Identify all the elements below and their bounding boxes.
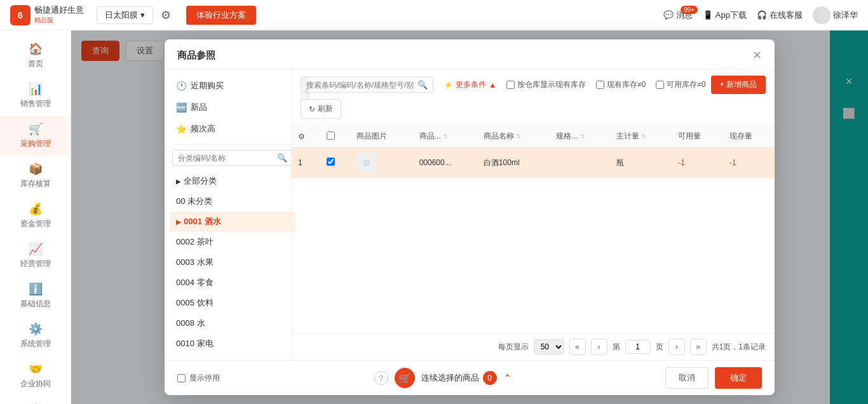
category-all[interactable]: ▶ 全部分类 xyxy=(170,171,295,191)
category-0003[interactable]: 0003 水果 xyxy=(170,252,295,273)
settings-icon[interactable]: ⚙ xyxy=(161,8,171,22)
sidebar-item-purchase[interactable]: 🛒 采购管理 xyxy=(0,116,71,156)
col-spec[interactable]: 规格... ⇅ xyxy=(550,126,609,147)
category-0002[interactable]: 0002 茶叶 xyxy=(170,232,295,252)
star-icon: ⭐ xyxy=(176,124,187,134)
left-divider xyxy=(172,144,293,145)
product-search-input[interactable] xyxy=(306,81,414,90)
page-size-select[interactable]: 50 xyxy=(534,339,564,354)
phone-icon: 📱 xyxy=(703,10,713,20)
left-panel: 🕐 近期购买 🆕 新品 ⭐ 频次高 xyxy=(165,69,292,360)
refresh-products-button[interactable]: ↻ 刷新 xyxy=(301,99,341,119)
row-checkbox-cell xyxy=(320,147,351,178)
system-icon: ⚙️ xyxy=(29,322,43,336)
add-product-button[interactable]: + 新增商品 xyxy=(711,76,766,94)
checkbox-available-stock-input[interactable] xyxy=(656,81,664,89)
footer-center: ? 🛒 连续选择的商品 0 ⌃ xyxy=(374,368,512,388)
checkbox-warehouse[interactable]: 按仓库显示现有库存 xyxy=(506,79,586,90)
experience-button[interactable]: 体验行业方案 xyxy=(186,6,256,25)
col-checkbox xyxy=(320,126,351,147)
top-nav: 6 畅捷通好生意 精品版 日太阳膜 ▾ ⚙ 体验行业方案 💬 消息 99+ 📱 … xyxy=(0,0,868,30)
user-profile[interactable]: 徐泽华 xyxy=(813,6,858,24)
main-layout: 🏠 首页 📊 销售管理 🛒 采购管理 📦 库存核算 💰 资金管理 📈 经营管理 … xyxy=(0,30,868,404)
sidebar-item-guide[interactable]: 🎓 新手引导 xyxy=(0,396,71,404)
category-0001[interactable]: ▶ 0001 酒水 xyxy=(170,212,295,232)
sidebar-item-operations[interactable]: 📈 经营管理 xyxy=(0,236,71,276)
online-service-button[interactable]: 🎧 在线客服 xyxy=(757,10,803,21)
checkbox-available-stock[interactable]: 可用库存≠0 xyxy=(656,79,705,90)
sidebar-item-inventory[interactable]: 📦 库存核算 xyxy=(0,156,71,196)
total-info: 共1页，1条记录 xyxy=(712,342,766,353)
col-stock: 现存量 xyxy=(723,126,775,147)
table-body: 1 🖼 000600... 白酒100ml xyxy=(292,147,775,178)
show-disabled-checkbox[interactable] xyxy=(177,374,186,382)
product-reference-modal: 商品参照 ✕ 🕐 近期购买 xyxy=(165,39,775,395)
cart-button[interactable]: 🛒 xyxy=(395,368,415,388)
chevron-down-icon: ▾ xyxy=(140,10,145,20)
row-stock: -1 xyxy=(723,147,775,178)
product-table: ⚙ 商品图片 商品... ⇅ xyxy=(292,126,775,178)
filter-icon: ⚡ xyxy=(444,81,453,90)
more-filters-button[interactable]: ⚡ 更多条件 ▲ xyxy=(438,77,501,93)
col-settings[interactable]: ⚙ xyxy=(292,126,320,147)
category-0008[interactable]: 0008 水 xyxy=(170,313,295,333)
row-checkbox[interactable] xyxy=(327,158,335,166)
sidebar-item-basics[interactable]: ℹ️ 基础信息 xyxy=(0,276,71,316)
table-row[interactable]: 1 🖼 000600... 白酒100ml xyxy=(292,147,775,178)
col-unit[interactable]: 主计量 ⇅ xyxy=(610,126,672,147)
confirm-button[interactable]: 确定 xyxy=(715,367,762,389)
cancel-button[interactable]: 取消 xyxy=(665,367,709,389)
tab-frequent[interactable]: ⭐ 频次高 xyxy=(170,119,295,139)
show-disabled-label[interactable]: 显示停用 xyxy=(177,373,220,384)
arrow-icon: ▶ xyxy=(176,178,181,185)
checkbox-warehouse-input[interactable] xyxy=(506,81,515,89)
selected-count-display: 连续选择的商品 0 xyxy=(421,371,497,385)
category-0005[interactable]: 0005 饮料 xyxy=(170,293,295,313)
current-page-input[interactable] xyxy=(625,340,651,354)
category-search-box: 🔍 xyxy=(172,150,293,166)
left-tabs: 🕐 近期购买 🆕 新品 ⭐ 频次高 xyxy=(165,76,301,139)
category-0010[interactable]: 0010 家电 xyxy=(170,333,295,354)
sort-icon-unit: ⇅ xyxy=(641,133,646,140)
category-search-input[interactable] xyxy=(178,154,273,163)
first-page-button[interactable]: « xyxy=(569,339,586,355)
row-spec xyxy=(550,147,609,178)
sales-icon: 📊 xyxy=(29,82,43,96)
sidebar-item-home[interactable]: 🏠 首页 xyxy=(0,36,71,76)
modal-close-button[interactable]: ✕ xyxy=(752,48,762,62)
tab-new-products[interactable]: 🆕 新品 xyxy=(170,97,295,118)
sidebar-item-sales[interactable]: 📊 销售管理 xyxy=(0,76,71,116)
messages-button[interactable]: 💬 消息 99+ xyxy=(663,10,693,21)
sidebar-item-enterprise[interactable]: 🤝 企业协同 xyxy=(0,356,71,396)
sort-icon-spec: ⇅ xyxy=(580,133,585,140)
search-icon: 🔍 xyxy=(277,153,287,163)
checkbox-existing-stock[interactable]: 现有库存≠0 xyxy=(596,79,646,90)
last-page-button[interactable]: » xyxy=(690,339,707,355)
row-index: 1 xyxy=(292,147,320,178)
finance-icon: 💰 xyxy=(29,202,43,216)
app-download-button[interactable]: 📱 App下载 xyxy=(703,10,747,21)
page-size-label: 每页显示 xyxy=(498,342,529,353)
collapse-arrow-icon[interactable]: ⌃ xyxy=(503,372,512,384)
category-00[interactable]: 00 未分类 xyxy=(170,191,295,212)
checkbox-existing-stock-input[interactable] xyxy=(596,81,604,89)
product-table-wrapper: ⚙ 商品图片 商品... ⇅ xyxy=(292,126,775,333)
category-0004[interactable]: 0004 零食 xyxy=(170,273,295,293)
filter-checkboxes: 按仓库显示现有库存 现有库存≠0 可用库存≠0 xyxy=(506,79,706,90)
refresh-icon: ↻ xyxy=(309,105,315,114)
col-image: 商品图片 xyxy=(350,126,412,147)
headset-icon: 🎧 xyxy=(757,10,767,20)
select-all-checkbox[interactable] xyxy=(327,131,335,140)
enterprise-icon: 🤝 xyxy=(29,362,43,376)
tab-recent-purchase[interactable]: 🕐 近期购买 xyxy=(170,76,295,96)
next-page-button[interactable]: › xyxy=(668,339,685,355)
nav-right: 💬 消息 99+ 📱 App下载 🎧 在线客服 徐泽华 xyxy=(663,6,858,24)
sidebar-item-system[interactable]: ⚙️ 系统管理 xyxy=(0,316,71,356)
sidebar-item-finance[interactable]: 💰 资金管理 xyxy=(0,196,71,236)
prev-page-button[interactable]: ‹ xyxy=(591,339,607,355)
store-dropdown[interactable]: 日太阳膜 ▾ xyxy=(97,6,153,24)
col-code[interactable]: 商品... ⇅ xyxy=(413,126,477,147)
right-panel: 🔍 ⚡ 更多条件 ▲ 按仓库显示现有库存 xyxy=(292,69,775,360)
help-icon[interactable]: ? xyxy=(374,371,388,385)
col-name[interactable]: 商品名称 ⇅ xyxy=(477,126,550,147)
